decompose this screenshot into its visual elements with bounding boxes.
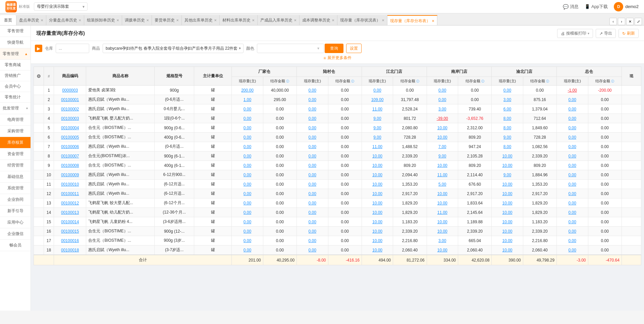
th-total-qty: 现存量(主) (557, 77, 588, 86)
tab-close-icon[interactable]: ✕ (78, 18, 81, 22)
th-total: 总仓 (557, 67, 622, 77)
sidebar-item-marketing[interactable]: 营销推广 (0, 71, 31, 81)
th-changjiacao-qty: 现存量(主) (232, 77, 263, 86)
tab-close-icon[interactable]: ✕ (116, 18, 119, 22)
sidebar-item-system[interactable]: 系统管理 (0, 183, 31, 194)
tab-prev-btn[interactable]: ‹ (609, 18, 617, 25)
data-table: ⚙ # 商品编码 商品名称 规格型号 主计量单位 厂家仓 陆村仓 江北门店 南岸… (34, 66, 641, 265)
sidebar-item-wechat[interactable]: 企业微信 (0, 228, 31, 240)
tab-fenliang[interactable]: 分量盘点单历史 ✕ (46, 15, 84, 25)
table-row: 1300100012飞鹤星飞帆 较大婴儿配...(6-12个月...罐0.000… (34, 198, 641, 208)
tab-close-icon[interactable]: ✕ (294, 18, 297, 22)
th-code: 商品编码 (54, 67, 86, 86)
sidebar-item-shortcut[interactable]: 快捷导航 (0, 37, 31, 48)
tab-chuku[interactable]: 其他出库单历史 ✕ (182, 15, 220, 25)
th-yubei: 渝北门店 (492, 67, 557, 77)
print-btn[interactable]: 🖨 按模板打印 ▾ (557, 29, 593, 38)
sidebar-item-finance[interactable]: 资金管理 (0, 148, 31, 160)
app-download-btn[interactable]: 📱 App下载 (585, 4, 608, 10)
table-container[interactable]: ⚙ # 商品编码 商品名称 规格型号 主计量单位 厂家仓 陆村仓 江北门店 南岸… (31, 64, 644, 311)
logo-subtitle: 标准版 (19, 4, 30, 9)
tab-cailiao[interactable]: 材料出库单历史 ✕ (220, 15, 258, 25)
dropdown-arrow-icon: ▾ (83, 4, 85, 9)
export-btn[interactable]: ↗ 导出 (596, 29, 616, 38)
refresh-btn[interactable]: ↻ 刷新 (619, 29, 639, 38)
th-nanan-amt: 结存金额 ⓘ (458, 77, 492, 86)
table-row: 1400100013飞鹤星飞帆 幼儿配方奶...(12-36个月...罐0.00… (34, 208, 641, 217)
tab-yaohuo[interactable]: 要货单历史 ✕ (152, 15, 182, 25)
sidebar: 零售管理 快捷导航 零售管理 ▲ 零售商城 营销推广 会员中心 零售统计 批发管… (0, 26, 31, 311)
sidebar-item-purchase[interactable]: 采购管理 (0, 126, 31, 137)
sidebar-item-ecommerce[interactable]: 电商管理 (0, 114, 31, 126)
sidebar-item-inventory[interactable]: 库存核算 (0, 137, 31, 148)
sidebar-item-retail-store[interactable]: 零售商城 (0, 60, 31, 71)
tab-next-btn[interactable]: › (618, 18, 625, 25)
sidebar-item-guide[interactable]: 新手引导 (0, 205, 31, 217)
warehouse-input[interactable] (56, 44, 89, 53)
tab-expand-btn[interactable]: ⤢ (635, 18, 642, 25)
table-row: 1500100014飞鹤星飞帆 儿童奶粉 4...(3-6岁适用...罐0.00… (34, 217, 641, 227)
query-btn[interactable]: 查询 (325, 44, 343, 53)
tab-close-icon[interactable]: ✕ (332, 18, 334, 22)
th-settings[interactable]: ⚙ (34, 67, 44, 86)
tab-pandian[interactable]: 盘点单历史 ✕ (16, 15, 46, 25)
tab-zuzhang[interactable]: 组装拆卸单历史 ✕ (84, 15, 122, 25)
expand-icon: ≡ (323, 56, 326, 60)
sidebar-item-search[interactable]: 零售管理 (0, 26, 31, 37)
expand-conditions-btn[interactable]: ≡ 展开更多条件 (323, 55, 351, 61)
th-lucun: 陆村仓 (297, 67, 362, 77)
th-nanan: 南岸门店 (427, 67, 492, 77)
tab-xiancun1[interactable]: 现存量（库存状况表） ✕ (337, 15, 387, 25)
sidebar-item-wholesale[interactable]: 批发管理 ▾ (0, 103, 31, 114)
export-icon: ↗ (599, 31, 603, 36)
user-area[interactable]: D demo2 (614, 2, 639, 11)
username: demo2 (625, 4, 639, 9)
table-row: 1700100016合生元（BIOSTIME）...900g (3岁...罐0.… (34, 236, 641, 245)
tab-close-icon[interactable]: ✕ (252, 18, 255, 22)
table-row: 600100005合生元（BIOSTIME）...400g (0-6...罐0.… (34, 133, 641, 142)
tab-xiancun2-active[interactable]: 现存量（库存分布表） ✕ (387, 15, 437, 26)
tab-close-icon[interactable]: ✕ (382, 18, 384, 22)
sidebar-item-apps[interactable]: 应用中心 (0, 217, 31, 228)
th-yubei-amt: 结存金额 ⓘ (523, 77, 556, 86)
print-icon: 🖨 (561, 31, 565, 36)
message-btn[interactable]: 💬 消息 (563, 4, 579, 10)
dropdown-icon: ▾ (588, 32, 589, 35)
th-yubei-qty: 现存量(主) (492, 77, 523, 86)
table-row: 1200100011惠氏启賦（Wyeth illu...(6-12月适...罐0… (34, 189, 641, 198)
setting-btn[interactable]: 设置 (346, 44, 362, 53)
product-input[interactable] (103, 44, 244, 53)
tab-chengben[interactable]: 成本调整单历史 ✕ (300, 15, 337, 25)
tab-chengpin[interactable]: 产成品入库单历史 ✕ (258, 15, 300, 25)
industry-selector[interactable]: 母婴行业演示陈套 ▾ (34, 2, 88, 11)
sidebar-item-collab[interactable]: 企业协同 (0, 194, 31, 205)
tab-close-icon[interactable]: ✕ (146, 18, 149, 22)
color-dropdown-icon[interactable]: ▾ (317, 46, 319, 51)
filter-arrow-btn[interactable]: ▶ (35, 45, 42, 52)
th-nanan-qty: 现存量(主) (427, 77, 458, 86)
tab-close-icon[interactable]: ✕ (432, 19, 434, 23)
sidebar-item-member[interactable]: 会员中心 (0, 81, 31, 92)
tab-close-icon[interactable]: ✕ (41, 18, 43, 22)
tab-close-all-btn[interactable]: ✕ (626, 18, 634, 25)
tab-home[interactable]: 首页 (0, 15, 16, 25)
product-label: 商品 (92, 46, 100, 51)
sidebar-item-retail[interactable]: 零售管理 ▲ (0, 48, 31, 60)
tab-diaob[interactable]: 调拨单历史 ✕ (122, 15, 152, 25)
th-jiangbei: 江北门店 (362, 67, 427, 77)
th-total-amt: 结存金额 ⓘ (588, 77, 622, 86)
th-jiangbei-amt: 结存金额 ⓘ (393, 77, 427, 86)
page-title: 现存量查询(库存分布) (36, 30, 85, 37)
sidebar-item-operation[interactable]: 经营管理 (0, 160, 31, 171)
th-index: # (44, 67, 54, 86)
table-row: 10000003爱他美 卤莱3段900g罐200.0040,000.000.00… (34, 86, 641, 95)
sidebar-item-basic[interactable]: 基础信息 (0, 171, 31, 183)
filter-bar: ▶ 仓库 商品 颜色 ▾ 查询 设置 ≡ 展开更多条件 (31, 41, 644, 64)
th-lucun-qty: 现存量(主) (297, 77, 328, 86)
color-input[interactable] (257, 44, 324, 53)
tab-close-icon[interactable]: ✕ (214, 18, 217, 22)
sidebar-item-vip[interactable]: 畅会员 (0, 240, 31, 251)
page-header: 现存量查询(库存分布) 🖨 按模板打印 ▾ ↗ 导出 ↻ 刷新 (31, 26, 644, 41)
sidebar-item-retail-stats[interactable]: 零售统计 (0, 92, 31, 103)
tab-close-icon[interactable]: ✕ (176, 18, 179, 22)
